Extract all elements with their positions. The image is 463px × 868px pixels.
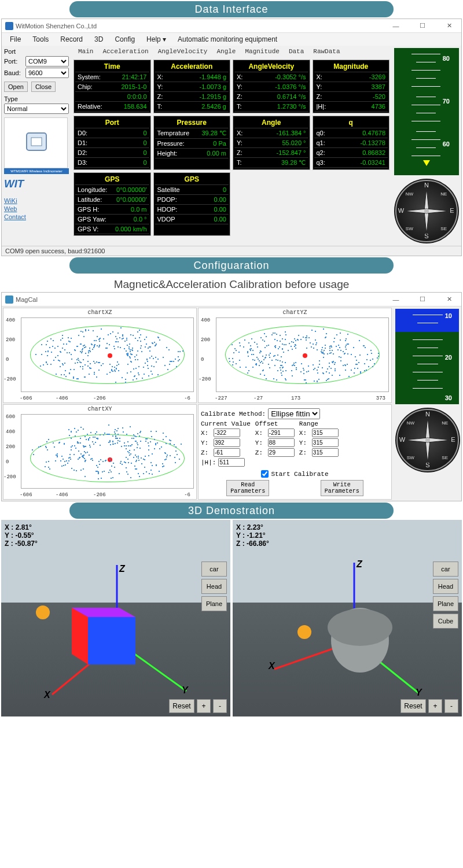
model-plane-button[interactable]: Plane xyxy=(433,596,458,611)
type-select[interactable]: Normal xyxy=(4,104,69,114)
section-header-3d: 3D Demostration xyxy=(69,503,394,519)
tab-acceleration[interactable]: Acceleration xyxy=(98,47,153,56)
menu-tools[interactable]: Tools xyxy=(28,34,53,45)
close-button[interactable]: ✕ xyxy=(440,21,458,31)
tab-rawdata[interactable]: RawData xyxy=(308,47,344,56)
data-panel: AngleVelocityX:-0.3052 °/sY:-1.0376 °/sZ… xyxy=(233,60,310,113)
reset-button[interactable]: Reset xyxy=(400,699,426,713)
panel-label: PDOP: xyxy=(157,196,177,203)
maximize-button[interactable]: ☐ xyxy=(414,21,431,31)
head-scene xyxy=(233,520,462,716)
tab-main[interactable]: Main xyxy=(74,47,98,56)
menu-help[interactable]: Help ▾ xyxy=(142,34,171,45)
panel-value: -161.384 ° xyxy=(277,130,306,136)
svg-rect-1 xyxy=(31,138,42,146)
panel-label: System: xyxy=(78,73,101,80)
offset-y-input[interactable] xyxy=(268,438,295,447)
panel-value: 158.634 xyxy=(124,103,147,110)
current-x-input[interactable] xyxy=(214,429,240,437)
calibrate-method-select[interactable]: Ellipse fittin xyxy=(268,408,320,419)
model-head-button[interactable]: Head xyxy=(201,579,227,594)
tab-angle[interactable]: Angle xyxy=(212,47,240,56)
port-select[interactable]: COM9 xyxy=(25,56,69,67)
range-y-input[interactable] xyxy=(312,438,339,447)
baud-label: Baud: xyxy=(4,69,24,76)
model-plane-button[interactable]: Plane xyxy=(201,596,227,611)
panel-row: T:2.5426 g xyxy=(155,102,229,112)
maximize-button[interactable]: ☐ xyxy=(414,294,431,305)
offset-z-input[interactable] xyxy=(268,448,295,457)
attitude-indicator: 10 20 30 xyxy=(395,309,459,404)
menu-auto-monitoring[interactable]: Automatic monitoring equipment xyxy=(173,34,282,45)
current-z-input[interactable] xyxy=(214,448,240,457)
attitude-tick: 80 xyxy=(443,55,450,62)
data-panel: GPSSatellite0PDOP:0.00HDOP:0.00VDOP0.00 xyxy=(153,172,231,236)
panel-row: HDOP:0.00 xyxy=(155,205,229,215)
baud-select[interactable]: 9600 xyxy=(25,68,69,78)
range-z-input[interactable] xyxy=(312,448,339,457)
panel-title: Time xyxy=(75,61,149,72)
tab-magnitude[interactable]: Magnitude xyxy=(240,47,284,56)
panel-title: Port xyxy=(75,117,149,128)
zoom-in-button[interactable]: + xyxy=(197,699,211,713)
panel-label: GPS V: xyxy=(78,226,98,232)
titlebar: WitMotion Shenzhen Co.,Ltd — ☐ ✕ xyxy=(2,19,461,33)
reset-button[interactable]: Reset xyxy=(169,699,194,713)
current-h-input[interactable] xyxy=(218,458,245,467)
panel-row: Z:-152.847 ° xyxy=(234,148,308,158)
panel-row: 0:0:0.0 xyxy=(75,92,149,102)
menu-record[interactable]: Record xyxy=(56,34,87,45)
svg-text:NE: NE xyxy=(442,420,448,426)
panel-row: System:21:42:17 xyxy=(75,72,149,82)
model-head-button[interactable]: Head xyxy=(433,579,458,594)
panel-value: 0°0.00000' xyxy=(116,186,146,193)
svg-text:N: N xyxy=(425,411,430,418)
current-y-input[interactable] xyxy=(214,438,240,447)
panel-row: X:-1.9448 g xyxy=(155,72,229,82)
panel-label: q0: xyxy=(317,130,325,136)
link-wiki[interactable]: WiKi xyxy=(4,197,69,204)
chart-plot xyxy=(21,317,194,392)
panel-label: Temprature xyxy=(157,130,190,137)
close-button-port[interactable]: Close xyxy=(31,82,56,92)
panel-value: 0.0 ° xyxy=(134,216,147,223)
panel-row: Z:-520 xyxy=(314,92,388,102)
model-cube-button[interactable]: Cube xyxy=(433,614,458,629)
offset-x-input[interactable] xyxy=(268,429,295,437)
wit-logo: WIT xyxy=(4,178,46,191)
menu-3d[interactable]: 3D xyxy=(90,34,108,45)
attitude-indicator: 80 70 60 xyxy=(394,48,459,175)
minimize-button[interactable]: — xyxy=(387,21,405,31)
panel-label: Chip: xyxy=(78,83,93,90)
chart-title: chartXY xyxy=(3,405,196,413)
open-button[interactable]: Open xyxy=(4,82,28,92)
tab-anglevelocity[interactable]: AngleVelocity xyxy=(153,47,212,56)
link-contact[interactable]: Contact xyxy=(4,213,69,220)
data-panel: GPSLongitude:0°0.00000'Latitude:0°0.0000… xyxy=(74,172,151,236)
panel-value: -152.847 ° xyxy=(277,149,306,156)
menu-file[interactable]: File xyxy=(5,34,25,45)
model-car-button[interactable]: car xyxy=(433,562,458,577)
panel-row: VDOP0.00 xyxy=(155,215,229,224)
zoom-in-button[interactable]: + xyxy=(428,699,442,713)
minimize-button[interactable]: — xyxy=(387,294,405,305)
panel-row: Relative:158.634 xyxy=(75,102,149,112)
panel-row: T:39.28 ℃ xyxy=(234,158,308,168)
attitude-pointer-icon xyxy=(423,160,430,166)
col-offset-header: Offset xyxy=(255,420,295,427)
panel-row: Y:3387 xyxy=(314,82,388,92)
link-web[interactable]: Web xyxy=(4,205,69,212)
zoom-out-button[interactable]: - xyxy=(213,699,227,713)
read-parameters-button[interactable]: Read Parameters xyxy=(226,480,269,496)
panel-value: 0.000 km/h xyxy=(115,226,146,232)
model-car-button[interactable]: car xyxy=(201,562,227,577)
tab-data[interactable]: Data xyxy=(284,47,308,56)
compass-gauge: NESWNESESWNW xyxy=(395,408,460,472)
close-button[interactable]: ✕ xyxy=(440,294,458,305)
start-calibrate-checkbox[interactable] xyxy=(261,470,269,478)
attitude-tick: 60 xyxy=(443,141,450,147)
write-parameters-button[interactable]: Write Parameters xyxy=(321,480,363,496)
menu-config[interactable]: Config xyxy=(110,34,139,45)
zoom-out-button[interactable]: - xyxy=(444,699,458,713)
range-x-input[interactable] xyxy=(312,429,339,437)
